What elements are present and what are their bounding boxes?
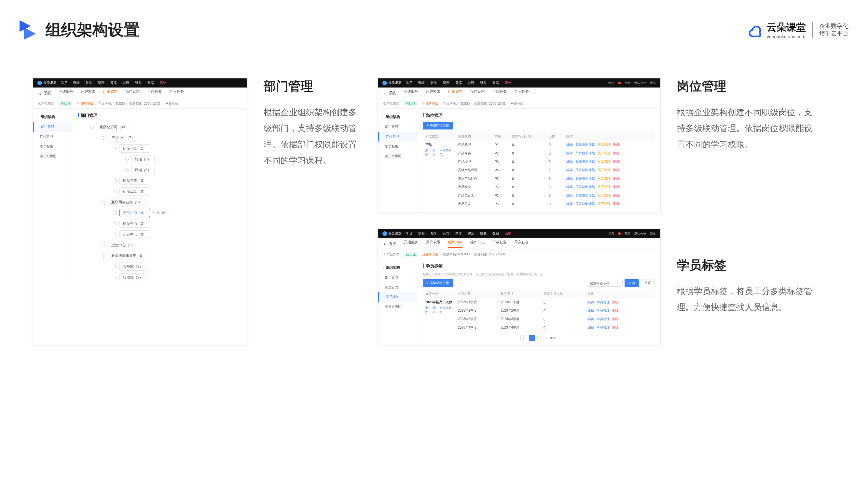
- op-link[interactable]: 删除: [613, 151, 620, 155]
- subnav-item[interactable]: 下载任务: [492, 240, 507, 248]
- op-link[interactable]: 编辑: [587, 326, 594, 329]
- op-link[interactable]: 学员管理: [596, 326, 610, 329]
- subnav-item[interactable]: 用户权限: [81, 89, 95, 97]
- op-link[interactable]: 编辑: [566, 151, 573, 155]
- op-link[interactable]: 关联培训计划: [576, 160, 595, 163]
- exit-link[interactable]: 退出: [650, 232, 656, 236]
- tree-toggle-icon[interactable]: [102, 244, 105, 247]
- sidebar-item[interactable]: 岗位管理: [378, 282, 416, 292]
- op-link[interactable]: 员工管理: [597, 143, 611, 147]
- op-link[interactable]: 学员管理: [596, 317, 610, 321]
- tree-toggle-icon[interactable]: [102, 201, 105, 204]
- sidebar-item[interactable]: 部门管理: [378, 122, 416, 132]
- tree-toggle-icon[interactable]: [102, 136, 105, 139]
- subnav-item[interactable]: 下载任务: [492, 89, 507, 97]
- tree-toggle-icon[interactable]: [114, 222, 117, 225]
- tree-toggle-icon[interactable]: [125, 158, 129, 161]
- category-action[interactable]: ⊕ 添加岗位: [440, 148, 453, 157]
- category-action[interactable]: 删除: [425, 306, 431, 314]
- search-input[interactable]: [587, 280, 623, 287]
- topnav-item[interactable]: 课程: [418, 231, 425, 236]
- subnav-item[interactable]: 导入任务: [515, 89, 529, 97]
- help-link[interactable]: 帮助: [625, 81, 630, 85]
- topnav-item[interactable]: 运营: [443, 231, 450, 236]
- next-page-button[interactable]: ›: [537, 335, 543, 341]
- tree-node[interactable]: 前端（0）: [131, 155, 155, 163]
- tree-node[interactable]: 研发中心（2）: [119, 220, 150, 228]
- op-link[interactable]: 学员管理: [596, 309, 610, 312]
- sidebar-item[interactable]: 学员标签: [378, 141, 416, 151]
- copy-icon[interactable]: ⎘: [153, 211, 155, 215]
- tree-toggle-icon[interactable]: [114, 179, 117, 183]
- prev-page-button[interactable]: ‹: [520, 335, 526, 341]
- tree-node[interactable]: 研发三部（0）: [119, 177, 150, 185]
- sidebar-item[interactable]: 学员标签: [33, 141, 71, 151]
- tree-toggle-icon[interactable]: [114, 233, 117, 236]
- subnav-item[interactable]: 导入任务: [169, 89, 184, 97]
- tree-node[interactable]: 教师培训事业部（6）: [108, 252, 149, 260]
- subnav-item[interactable]: 下载任务: [148, 89, 162, 97]
- subnav-item[interactable]: 导入任务: [515, 240, 529, 248]
- edit-icon[interactable]: ✎: [157, 211, 160, 215]
- op-link[interactable]: 关联培训计划: [576, 202, 595, 206]
- topnav-item[interactable]: 教学: [431, 81, 437, 85]
- topnav-item[interactable]: 题库: [110, 81, 117, 85]
- subnav-item[interactable]: 开通服务: [404, 240, 418, 248]
- op-link[interactable]: 关联培训计划: [576, 151, 595, 155]
- tree-toggle-icon[interactable]: [102, 254, 105, 258]
- sidebar-item[interactable]: 第三方协同: [33, 151, 71, 161]
- tree-toggle-icon[interactable]: [90, 126, 93, 129]
- subnav-item[interactable]: 组织架构: [448, 240, 463, 248]
- op-link[interactable]: 员工管理: [597, 177, 611, 180]
- sidebar-item[interactable]: 岗位管理: [378, 132, 416, 141]
- tree-node[interactable]: 产品中心（7）: [108, 134, 138, 142]
- topnav-item[interactable]: 系统: [505, 231, 511, 236]
- tree-node[interactable]: 行政部（2）: [119, 273, 147, 282]
- topnav-item[interactable]: 运营: [443, 81, 450, 85]
- sidebar-item[interactable]: 岗位管理: [33, 132, 71, 141]
- topnav-item[interactable]: 财务: [480, 81, 487, 85]
- subnav-item[interactable]: 操作日志: [125, 89, 140, 97]
- topnav-item[interactable]: 数据: [148, 81, 154, 85]
- topnav-item[interactable]: 资源: [468, 231, 474, 236]
- op-link[interactable]: 编辑: [566, 177, 573, 180]
- op-link[interactable]: 员工管理: [597, 185, 611, 189]
- tree-toggle-icon[interactable]: [125, 168, 129, 172]
- op-link[interactable]: 删除: [613, 202, 620, 206]
- topnav-item[interactable]: 财务: [135, 81, 142, 85]
- topnav-item[interactable]: 数据: [492, 231, 499, 236]
- subnav-item[interactable]: 操作日志: [470, 240, 485, 248]
- tree-toggle-icon[interactable]: [114, 147, 117, 150]
- page-1[interactable]: 1: [529, 335, 535, 341]
- op-link[interactable]: 关联培训计划: [576, 177, 595, 180]
- subnav-item[interactable]: 用户权限: [426, 240, 440, 248]
- op-link[interactable]: 编辑: [566, 202, 573, 206]
- tree-toggle-icon[interactable]: [114, 276, 117, 279]
- op-link[interactable]: 删除: [613, 194, 620, 197]
- topnav-item[interactable]: 课程: [73, 81, 80, 85]
- tree-node[interactable]: 产品中心（9）: [119, 209, 150, 217]
- category-action[interactable]: 编辑: [433, 306, 438, 314]
- topnav-item[interactable]: 资源: [468, 81, 474, 85]
- op-link[interactable]: 员工管理: [597, 151, 611, 155]
- op-link[interactable]: 删除: [613, 177, 620, 180]
- topnav-item[interactable]: 运营: [98, 81, 104, 85]
- tree-toggle-icon[interactable]: [114, 212, 117, 215]
- op-link[interactable]: 删除: [612, 309, 619, 312]
- topnav-item[interactable]: 教学: [431, 231, 437, 236]
- tree-node[interactable]: 后端（0）: [131, 166, 155, 174]
- branch-link[interactable]: 默认分校: [634, 81, 646, 85]
- op-link[interactable]: 编辑: [587, 317, 594, 321]
- topnav-item[interactable]: 资源: [123, 81, 129, 85]
- op-link[interactable]: 编辑: [566, 143, 573, 147]
- subnav-item[interactable]: 组织架构: [448, 89, 463, 97]
- op-link[interactable]: 员工管理: [597, 202, 611, 206]
- op-link[interactable]: 编辑: [566, 194, 573, 197]
- msg-link[interactable]: 消息: [608, 81, 614, 85]
- topnav-item[interactable]: 题库: [455, 81, 462, 85]
- exit-link[interactable]: 退出: [650, 81, 656, 85]
- op-link[interactable]: 删除: [613, 185, 620, 189]
- topnav-item[interactable]: 财务: [480, 231, 487, 236]
- help-link[interactable]: 帮助: [625, 232, 630, 236]
- topnav-item[interactable]: 学员: [406, 81, 412, 85]
